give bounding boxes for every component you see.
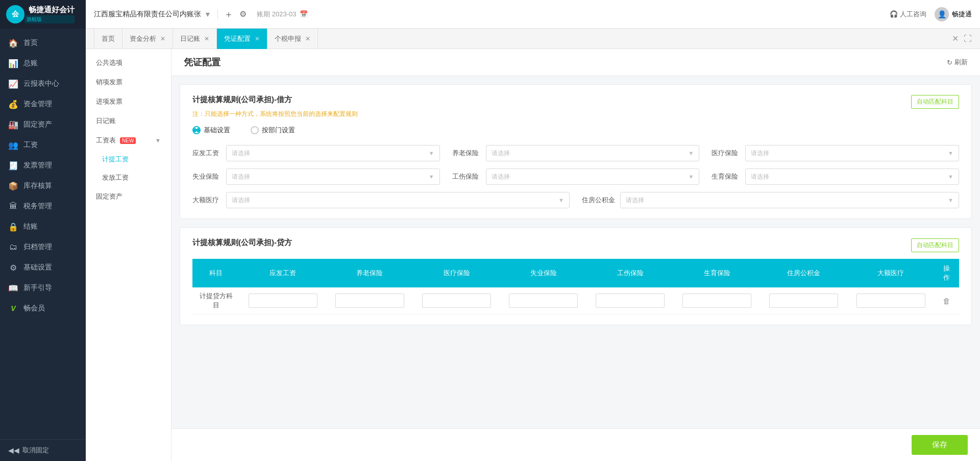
input-medical[interactable] [422, 294, 491, 308]
sidebar-item-reports[interactable]: 📈 云报表中心 [0, 74, 86, 94]
page-content: 凭证配置 ↻ 刷新 计提核算规则(公司承担)-借方 注：只能选择一种方式，系统将… [172, 49, 980, 461]
sidebar-item-settings[interactable]: ⚙ 基础设置 [0, 257, 86, 278]
menu-item-calc-salary[interactable]: 计提工资 [86, 150, 171, 168]
support-button[interactable]: 🎧 人工咨询 [890, 10, 926, 19]
auto-match-debit-button[interactable]: 自动匹配科目 [911, 95, 959, 109]
sidebar-item-home[interactable]: 🏠 首页 [0, 33, 86, 53]
input-maternity[interactable] [682, 294, 751, 308]
select-housing-fund[interactable]: 请选择 ▼ [620, 192, 959, 208]
input-pension[interactable] [335, 294, 404, 308]
select-arrow-icon: ▼ [429, 174, 434, 180]
tab-voucher[interactable]: 凭证配置 ✕ [217, 29, 267, 49]
period-selector: 账期 2023-03 📅 [257, 10, 310, 19]
select-salary[interactable]: 请选择 ▼ [226, 145, 440, 161]
label-maternity: 生育保险 [712, 172, 740, 181]
sidebar-label: 首页 [23, 38, 38, 47]
label-salary: 应发工资 [192, 149, 221, 158]
save-button[interactable]: 保存 [912, 435, 968, 455]
menu-item-salary-table[interactable]: 工资表 NEW ▼ [86, 131, 171, 150]
input-salary[interactable] [249, 294, 317, 308]
select-arrow-icon: ▼ [948, 174, 953, 180]
period-value: 2023-03 [272, 10, 297, 18]
col-header-unemployment: 失业保险 [500, 259, 587, 287]
menu-item-journal[interactable]: 日记账 [86, 111, 171, 131]
sidebar-item-member[interactable]: V 畅会员 [0, 298, 86, 319]
delete-row-button[interactable]: 🗑 [943, 297, 950, 305]
menu-item-sales[interactable]: 销项发票 [86, 72, 171, 92]
sidebar-item-tax[interactable]: 🏛 税务管理 [0, 196, 86, 216]
tab-close-voucher[interactable]: ✕ [255, 35, 260, 42]
menu-item-fixed-assets[interactable]: 固定资产 [86, 187, 171, 206]
cell-medical [413, 287, 500, 314]
tab-close-tax[interactable]: ✕ [305, 35, 310, 42]
funds-icon: 💰 [8, 99, 18, 109]
company-selector[interactable]: 江西服宝精品有限责任公司内账张 ▼ [94, 10, 211, 19]
tab-home[interactable]: 首页 [94, 29, 122, 49]
select-unemployment[interactable]: 请选择 ▼ [226, 168, 440, 185]
debit-section-title: 计提核算规则(公司承担)-借方 [192, 95, 959, 105]
select-pension[interactable]: 请选择 ▼ [486, 145, 700, 161]
radio-basic[interactable]: 基础设置 [192, 126, 230, 135]
refresh-button[interactable]: ↻ 刷新 [947, 58, 968, 67]
input-work-injury[interactable] [596, 294, 665, 308]
sidebar-item-closing[interactable]: 🔒 结账 [0, 216, 86, 237]
cell-unemployment [500, 287, 587, 314]
select-arrow-icon: ▼ [688, 150, 694, 156]
divider [217, 9, 218, 19]
sidebar-item-archive[interactable]: 🗂 归档管理 [0, 237, 86, 257]
close-tab-icon[interactable]: ✕ [952, 34, 959, 43]
sidebar-item-inventory[interactable]: 📦 库存核算 [0, 176, 86, 196]
input-large-medical[interactable] [856, 294, 925, 308]
select-maternity[interactable]: 请选择 ▼ [745, 168, 959, 185]
select-work-injury[interactable]: 请选择 ▼ [486, 168, 700, 185]
menu-item-pay-salary[interactable]: 发放工资 [86, 168, 171, 187]
radio-group: 基础设置 按部门设置 [192, 126, 959, 135]
tax-icon: 🏛 [8, 201, 18, 211]
sidebar-item-assets[interactable]: 🏭 固定资产 [0, 114, 86, 135]
select-large-medical-placeholder: 请选择 [232, 196, 250, 205]
maximize-icon[interactable]: ⛶ [964, 34, 972, 43]
select-arrow-icon: ▼ [948, 150, 953, 156]
col-header-salary: 应发工资 [239, 259, 326, 287]
settings-gear-icon[interactable]: ⚙ [239, 9, 247, 19]
tab-close-fund[interactable]: ✕ [160, 35, 165, 42]
menu-item-purchase[interactable]: 进项发票 [86, 92, 171, 111]
sidebar-item-ledger[interactable]: 📊 总账 [0, 53, 86, 74]
menu-item-public[interactable]: 公共选项 [86, 53, 171, 72]
table-row: 计提贷方科目 🗑 [192, 287, 959, 314]
tab-tax[interactable]: 个税申报 ✕ [267, 29, 318, 49]
label-pension: 养老保险 [452, 149, 481, 158]
company-name: 江西服宝精品有限责任公司内账张 [94, 10, 201, 19]
calendar-icon[interactable]: 📅 [300, 10, 308, 18]
add-tab-button[interactable]: ＋ [224, 8, 233, 20]
auto-match-credit-button[interactable]: 自动匹配科目 [911, 238, 959, 252]
select-maternity-placeholder: 请选择 [751, 173, 769, 181]
avatar: 👤 [935, 7, 949, 21]
credit-section-title: 计提核算规则(公司承担)-贷方 [192, 238, 292, 248]
sidebar-item-funds[interactable]: 💰 资金管理 [0, 94, 86, 114]
radio-basic-circle [192, 126, 201, 134]
select-arrow-icon: ▼ [429, 150, 434, 156]
radio-dept[interactable]: 按部门设置 [251, 126, 295, 135]
tab-journal[interactable]: 日记账 ✕ [173, 29, 217, 49]
sidebar-item-salary[interactable]: 👥 工资 [0, 135, 86, 155]
assets-icon: 🏭 [8, 119, 18, 130]
input-housing[interactable] [769, 294, 838, 308]
col-header-maternity: 生育保险 [674, 259, 761, 287]
sidebar-item-guide[interactable]: 📖 新手引导 [0, 278, 86, 298]
select-large-medical[interactable]: 请选择 ▼ [226, 192, 570, 208]
user-menu[interactable]: 👤 畅捷通 [935, 7, 972, 21]
select-medical[interactable]: 请选择 ▼ [745, 145, 959, 161]
label-work-injury: 工伤保险 [452, 172, 481, 181]
tab-fund[interactable]: 资金分析 ✕ [122, 29, 173, 49]
content-area: 公共选项 销项发票 进项发票 日记账 工资表 NEW ▼ 计提工资 [86, 49, 980, 461]
input-unemployment[interactable] [509, 294, 578, 308]
tab-close-journal[interactable]: ✕ [204, 35, 209, 42]
cell-pension [326, 287, 413, 314]
select-arrow-icon: ▼ [558, 197, 564, 203]
sidebar-item-invoices[interactable]: 🧾 发票管理 [0, 155, 86, 176]
logo-text: 畅捷通好会计 [29, 5, 75, 14]
main-area: 江西服宝精品有限责任公司内账张 ▼ ＋ ⚙ 账期 2023-03 📅 🎧 人工咨… [86, 0, 980, 461]
logo-icon: 会 [6, 5, 24, 23]
cancel-pin-button[interactable]: ◀◀ 取消固定 [0, 439, 86, 461]
